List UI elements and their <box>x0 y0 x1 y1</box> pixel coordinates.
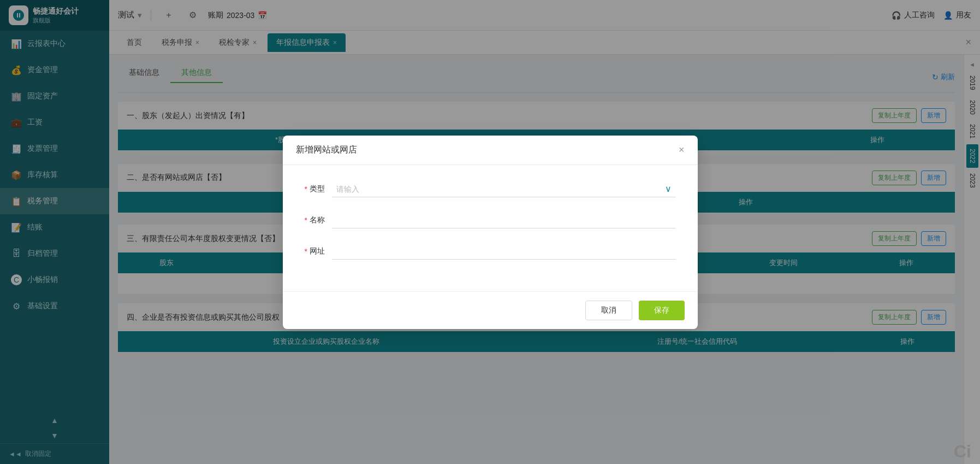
required-mark-type: * <box>305 185 307 193</box>
dialog-title: 新增网站或网店 <box>296 144 357 156</box>
form-label-url: * 网址 <box>305 246 332 256</box>
type-input[interactable] <box>332 181 661 197</box>
type-dropdown-icon[interactable]: ∨ <box>661 184 676 194</box>
form-field-url: * 网址 <box>305 244 676 260</box>
form-field-name: * 名称 <box>305 213 676 228</box>
form-label-name: * 名称 <box>305 215 332 225</box>
cancel-button[interactable]: 取消 <box>585 301 632 320</box>
add-website-dialog: 新增网站或网店 × * 类型 ∨ * 名称 <box>283 136 698 329</box>
dialog-header: 新增网站或网店 × <box>283 136 698 165</box>
required-mark-url: * <box>305 247 307 256</box>
form-label-type: * 类型 <box>305 184 332 194</box>
url-input[interactable] <box>332 244 676 260</box>
dialog-footer: 取消 保存 <box>283 291 698 329</box>
form-field-type: * 类型 ∨ <box>305 181 676 197</box>
type-input-wrapper: ∨ <box>332 181 676 197</box>
name-input[interactable] <box>332 213 676 228</box>
save-button[interactable]: 保存 <box>639 301 685 320</box>
dialog-close-btn[interactable]: × <box>679 144 685 156</box>
dialog-body: * 类型 ∨ * 名称 * 网址 <box>283 165 698 291</box>
required-mark-name: * <box>305 216 307 225</box>
dialog-overlay[interactable]: 新增网站或网店 × * 类型 ∨ * 名称 <box>0 0 980 464</box>
